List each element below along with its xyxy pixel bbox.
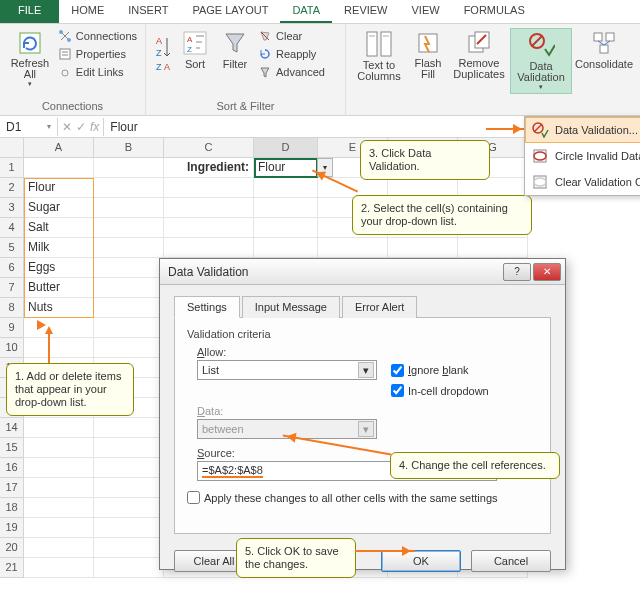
reapply-icon	[258, 47, 272, 61]
filter-icon	[222, 30, 248, 56]
cancel-button[interactable]: Cancel	[471, 550, 551, 572]
svg-rect-29	[606, 33, 614, 41]
row-header[interactable]: 3	[0, 198, 24, 218]
advanced-icon	[258, 65, 272, 79]
sort-button[interactable]: AZ Sort	[176, 28, 214, 72]
consolidate-button[interactable]: Consolidate	[574, 28, 634, 72]
tab-formulas[interactable]: FORMULAS	[452, 0, 537, 23]
clear-circles-icon	[531, 173, 549, 191]
svg-text:Z: Z	[187, 45, 192, 54]
arrow	[355, 550, 415, 552]
text-to-columns-button[interactable]: Text to Columns	[352, 28, 406, 84]
edit-links-button[interactable]: Edit Links	[56, 64, 139, 80]
cancel-icon[interactable]: ✕	[62, 120, 72, 134]
row-header[interactable]: 21	[0, 558, 24, 578]
criteria-label: Validation criteria	[187, 328, 538, 340]
row-header[interactable]: 9	[0, 318, 24, 338]
name-box[interactable]: D1▾	[0, 118, 58, 136]
chevron-down-icon: ▾	[358, 421, 374, 437]
connections-button[interactable]: Connections	[56, 28, 139, 44]
close-button[interactable]: ✕	[533, 263, 561, 281]
ribbon-group-connections: Connections	[6, 99, 139, 113]
row-header[interactable]: 14	[0, 418, 24, 438]
cell-A5[interactable]: Milk	[24, 238, 94, 258]
cell-A6[interactable]: Eggs	[24, 258, 94, 278]
menu-data-validation[interactable]: Data Validation...	[525, 117, 640, 143]
row-header[interactable]: 7	[0, 278, 24, 298]
refresh-all-button[interactable]: Refresh All ▾	[6, 28, 54, 90]
cell-A4[interactable]: Salt	[24, 218, 94, 238]
data-validation-dialog: Data Validation ? ✕ Settings Input Messa…	[159, 258, 566, 570]
callout-5: 5. Click OK to save the changes.	[236, 538, 356, 578]
row-header[interactable]: 16	[0, 458, 24, 478]
cell-D1[interactable]: Flour	[254, 158, 318, 178]
refresh-all-label: Refresh All	[8, 58, 52, 80]
clear-icon	[258, 29, 272, 43]
incell-dropdown-checkbox[interactable]: In-cell dropdown	[391, 384, 489, 397]
row-header[interactable]: 17	[0, 478, 24, 498]
tab-view[interactable]: VIEW	[400, 0, 452, 23]
svg-line-27	[532, 36, 542, 46]
data-validation-menu: Data Validation... Circle Invalid Data C…	[524, 116, 640, 196]
callout-2: 2. Select the cell(s) containing your dr…	[352, 195, 532, 235]
tab-home[interactable]: HOME	[59, 0, 116, 23]
row-header[interactable]: 2	[0, 178, 24, 198]
col-header-B[interactable]: B	[94, 138, 164, 157]
tab-error-alert[interactable]: Error Alert	[342, 296, 418, 318]
row-header[interactable]: 8	[0, 298, 24, 318]
tab-review[interactable]: REVIEW	[332, 0, 399, 23]
row-header[interactable]: 1	[0, 158, 24, 178]
text-to-columns-icon	[365, 30, 393, 58]
tab-settings[interactable]: Settings	[174, 296, 240, 318]
row-header[interactable]: 5	[0, 238, 24, 258]
row-header[interactable]: 18	[0, 498, 24, 518]
menu-clear-circles[interactable]: Clear Validation Circles	[525, 169, 640, 195]
chevron-down-icon: ▾	[358, 362, 374, 378]
svg-rect-30	[600, 45, 608, 53]
svg-text:Z: Z	[156, 62, 162, 72]
reapply-button[interactable]: Reapply	[256, 46, 327, 62]
menu-circle-invalid[interactable]: Circle Invalid Data	[525, 143, 640, 169]
allow-label: Allow:	[197, 346, 538, 358]
dialog-title: Data Validation	[168, 265, 249, 279]
clear-button[interactable]: Clear	[256, 28, 327, 44]
row-header[interactable]: 15	[0, 438, 24, 458]
row-header[interactable]: 10	[0, 338, 24, 358]
ignore-blank-checkbox[interactable]: Ignore blank	[391, 364, 469, 377]
row-header[interactable]: 6	[0, 258, 24, 278]
allow-combo[interactable]: List▾	[197, 360, 377, 380]
help-button[interactable]: ?	[503, 263, 531, 281]
row-header[interactable]: 19	[0, 518, 24, 538]
dialog-titlebar[interactable]: Data Validation ? ✕	[160, 259, 565, 285]
tab-input-message[interactable]: Input Message	[242, 296, 340, 318]
row-header[interactable]: 20	[0, 538, 24, 558]
flash-fill-button[interactable]: Flash Fill	[408, 28, 448, 82]
cell-A2[interactable]: Flour	[24, 178, 94, 198]
advanced-button[interactable]: Advanced	[256, 64, 327, 80]
cell-C1[interactable]: Ingredient:	[164, 158, 254, 178]
tab-insert[interactable]: INSERT	[116, 0, 180, 23]
select-all[interactable]	[0, 138, 24, 157]
enter-icon[interactable]: ✓	[76, 120, 86, 134]
tab-page-layout[interactable]: PAGE LAYOUT	[180, 0, 280, 23]
connections-icon	[58, 29, 72, 43]
arrow	[486, 128, 526, 130]
tab-data[interactable]: DATA	[280, 0, 332, 23]
remove-duplicates-button[interactable]: Remove Duplicates	[450, 28, 508, 82]
filter-button[interactable]: Filter	[216, 28, 254, 72]
cell-A7[interactable]: Butter	[24, 278, 94, 298]
svg-point-3	[67, 38, 71, 42]
data-label: Data:	[197, 405, 538, 417]
ok-button[interactable]: OK	[381, 550, 461, 572]
col-header-C[interactable]: C	[164, 138, 254, 157]
cell-A3[interactable]: Sugar	[24, 198, 94, 218]
cell-A8[interactable]: Nuts	[24, 298, 94, 318]
col-header-D[interactable]: D	[254, 138, 318, 157]
fx-icon[interactable]: fx	[90, 120, 99, 134]
tab-file[interactable]: FILE	[0, 0, 59, 23]
apply-all-checkbox[interactable]: Apply these changes to all other cells w…	[187, 491, 538, 504]
data-validation-button[interactable]: Data Validation ▾	[510, 28, 572, 94]
properties-button[interactable]: Properties	[56, 46, 139, 62]
col-header-A[interactable]: A	[24, 138, 94, 157]
row-header[interactable]: 4	[0, 218, 24, 238]
